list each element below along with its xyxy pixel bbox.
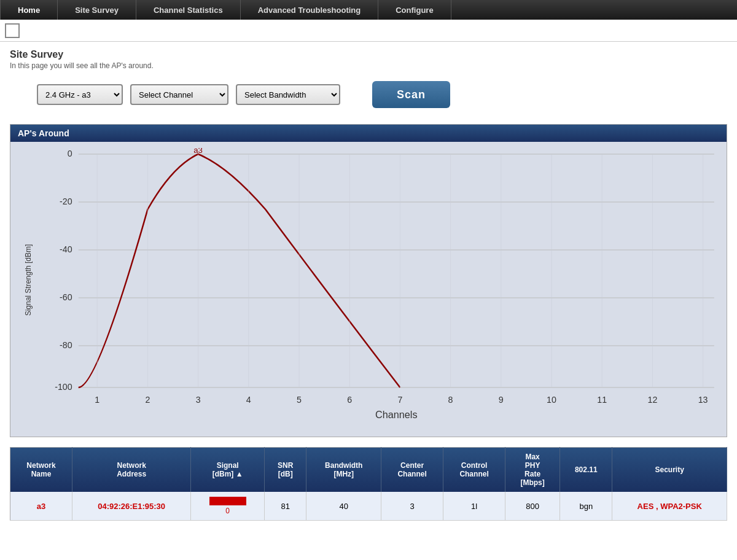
page-description: In this page you will see all the AP's a… <box>10 61 727 70</box>
svg-text:1: 1 <box>95 395 99 405</box>
cell-signal: 0 <box>191 492 265 521</box>
svg-rect-0 <box>47 148 720 387</box>
svg-text:6: 6 <box>347 395 352 405</box>
svg-text:5: 5 <box>297 395 302 405</box>
svg-text:7: 7 <box>397 395 402 405</box>
svg-text:0: 0 <box>68 149 72 158</box>
svg-text:13: 13 <box>698 395 708 405</box>
svg-text:a3: a3 <box>193 148 203 155</box>
cell-network-address: 04:92:26:E1:95:30 <box>72 492 190 521</box>
chart-svg: 0 -20 -40 -60 -80 -100 1 2 3 4 5 6 7 8 9… <box>47 148 720 418</box>
col-snr: SNR[dB] <box>264 448 306 492</box>
cell-network-name: a3 <box>10 492 72 521</box>
y-axis-label: Signal Strength [dBm] <box>24 244 33 316</box>
nav-channel-statistics[interactable]: Channel Statistics <box>136 0 241 20</box>
svg-text:-80: -80 <box>60 340 72 350</box>
col-control-channel: ControlChannel <box>443 448 505 492</box>
cell-control-channel: 1l <box>443 492 505 521</box>
svg-text:-60: -60 <box>60 292 72 302</box>
col-network-address: NetworkAddress <box>72 448 190 492</box>
cell-max-phy-rate: 800 <box>505 492 560 521</box>
col-security: Security <box>612 448 727 492</box>
cell-dot11: bgn <box>560 492 612 521</box>
table-section: NetworkName NetworkAddress Signal[dBm] ▲… <box>10 447 727 521</box>
data-table: NetworkName NetworkAddress Signal[dBm] ▲… <box>10 447 727 521</box>
cell-center-channel: 3 <box>381 492 443 521</box>
svg-text:-40: -40 <box>60 244 72 254</box>
svg-text:-100: -100 <box>55 382 72 392</box>
svg-text:Channels: Channels <box>375 409 418 418</box>
table-header-row: NetworkName NetworkAddress Signal[dBm] ▲… <box>10 448 727 492</box>
page-title: Site Survey <box>10 49 727 60</box>
col-signal: Signal[dBm] ▲ <box>191 448 265 492</box>
bandwidth-select[interactable]: Select Bandwidth 204080 <box>236 84 340 105</box>
svg-text:-20: -20 <box>60 196 72 206</box>
signal-value: 0 <box>225 507 230 515</box>
col-dot11: 802.11 <box>560 448 612 492</box>
nav-advanced-troubleshooting[interactable]: Advanced Troubleshooting <box>241 0 379 20</box>
col-max-phy-rate: MaxPHYRate[Mbps] <box>505 448 560 492</box>
chart-body: Signal Strength [dBm] 0 -20 -40 -60 -80 … <box>10 142 727 437</box>
cell-security: AES , WPA2-PSK <box>612 492 727 521</box>
logo-bar <box>0 20 737 42</box>
cell-bandwidth: 40 <box>306 492 381 521</box>
svg-text:9: 9 <box>499 395 504 405</box>
svg-text:10: 10 <box>547 395 556 405</box>
controls-bar: 2.4 GHz - a3 5 GHz Select Channel 1234 5… <box>0 75 737 118</box>
svg-text:3: 3 <box>196 395 201 405</box>
chart-title: AP's Around <box>18 128 69 138</box>
chart-header: AP's Around <box>10 125 727 142</box>
svg-text:2: 2 <box>145 395 150 405</box>
channel-select[interactable]: Select Channel 1234 5678 91011 <box>130 84 228 105</box>
main-nav: Home Site Survey Channel Statistics Adva… <box>0 0 737 20</box>
signal-bar <box>209 497 246 505</box>
chart-section: AP's Around Signal Strength [dBm] 0 -20 … <box>10 124 727 437</box>
logo-icon <box>5 23 20 38</box>
scan-button[interactable]: Scan <box>372 81 450 108</box>
table-row: a3 04:92:26:E1:95:30 0 81 40 3 1l 800 bg… <box>10 492 727 521</box>
svg-text:8: 8 <box>448 395 453 405</box>
page-header: Site Survey In this page you will see al… <box>0 42 737 75</box>
col-bandwidth: Bandwidth[MHz] <box>306 448 381 492</box>
nav-home[interactable]: Home <box>0 0 58 20</box>
nav-site-survey[interactable]: Site Survey <box>58 0 136 20</box>
cell-snr: 81 <box>264 492 306 521</box>
col-network-name: NetworkName <box>10 448 72 492</box>
svg-text:4: 4 <box>246 395 251 405</box>
svg-text:12: 12 <box>647 395 657 405</box>
col-center-channel: CenterChannel <box>381 448 443 492</box>
band-select[interactable]: 2.4 GHz - a3 5 GHz <box>37 84 123 105</box>
nav-configure[interactable]: Configure <box>378 0 451 20</box>
svg-text:11: 11 <box>597 395 607 405</box>
